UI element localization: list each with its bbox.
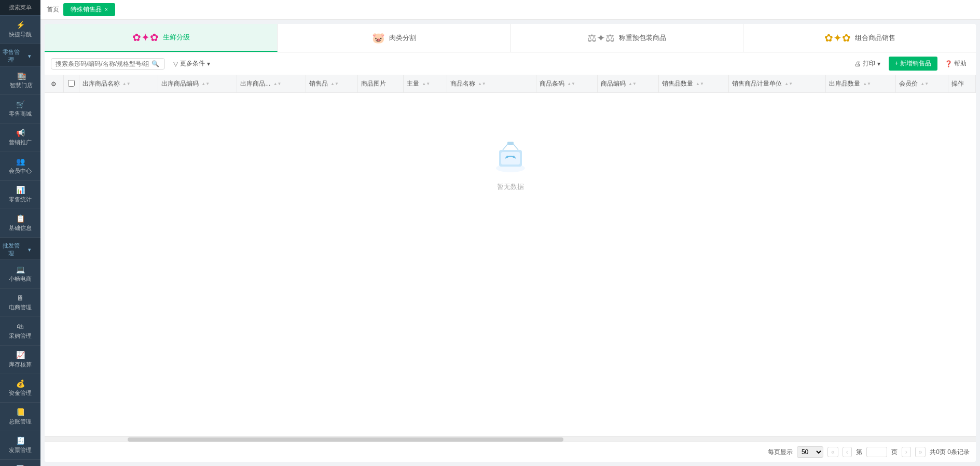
tab-meat-cut[interactable]: 🐷 肉类分割	[278, 24, 510, 52]
search-box[interactable]: 🔍	[51, 58, 165, 70]
last-page-button[interactable]: »	[915, 447, 926, 457]
sidebar-item-sales-promo[interactable]: 📢 营销推广	[0, 124, 40, 152]
filter-icon: ▽	[173, 60, 178, 67]
sort-out-spec[interactable]: ▲▼	[273, 81, 282, 86]
wholesale-section-arrow: ▾	[20, 246, 38, 253]
sort-sales-item[interactable]: ▲▼	[330, 81, 339, 86]
sidebar-item-mini-ecom[interactable]: 💻 小畅电商	[0, 260, 40, 289]
sort-goods-code[interactable]: ▲▼	[628, 81, 637, 86]
svg-point-3	[506, 156, 508, 158]
tab-meat-cut-label: 肉类分割	[389, 33, 416, 43]
sidebar-item-label: 电商管理	[9, 304, 32, 311]
sidebar-item-finance[interactable]: 💰 资金管理	[0, 374, 40, 403]
print-button[interactable]: 🖨 打印 ▾	[850, 57, 885, 70]
filter-arrow-icon: ▾	[207, 60, 210, 67]
th-goods-name: 商品名称 ▲▼	[447, 75, 536, 93]
th-out-name: 出库商品名称 ▲▼	[79, 75, 158, 93]
sidebar-item-ecom-mgmt[interactable]: 🖥 电商管理	[0, 289, 40, 317]
page-prefix: 第	[856, 448, 862, 457]
active-tab[interactable]: 特殊销售品 ×	[63, 3, 115, 16]
sales-promo-icon: 📢	[16, 129, 25, 137]
print-label: 打印	[863, 59, 875, 68]
th-sales-unit: 销售商品计量单位 ▲▼	[728, 75, 825, 93]
th-gear[interactable]: ⚙	[45, 75, 63, 93]
sort-goods-name[interactable]: ▲▼	[478, 81, 486, 86]
sidebar-logo-text: 搜索菜单	[9, 4, 32, 11]
sidebar-item-label: 总账管理	[9, 418, 32, 426]
category-tabs: ✿✦✿ 生鲜分级 🐷 肉类分割 ⚖✦⚖ 称重预包装商品 ✿✦✿ 组合商品销售	[45, 24, 976, 52]
search-input[interactable]	[56, 60, 149, 67]
tab-close-button[interactable]: ×	[105, 7, 108, 12]
page-input[interactable]: 1	[866, 447, 887, 457]
sidebar-item-retail-stats[interactable]: 📊 零售统计	[0, 181, 40, 209]
th-barcode: 商品条码 ▲▼	[536, 75, 597, 93]
bottom-scrollbar[interactable]	[45, 436, 976, 442]
next-page-button[interactable]: ›	[902, 447, 911, 457]
wholesale-section-label: 批发管理	[2, 242, 20, 257]
sidebar-item-general-ledger[interactable]: 📒 总账管理	[0, 403, 40, 431]
th-member-price: 会员价 ▲▼	[896, 75, 948, 93]
sort-sales-qty[interactable]: ▲▼	[696, 81, 704, 86]
select-all-checkbox[interactable]	[68, 80, 75, 87]
sidebar-item-purchase-mgmt[interactable]: 🛍 采购管理	[0, 317, 40, 346]
th-action: 操作	[948, 75, 975, 93]
sidebar-item-quick-nav[interactable]: ⚡ 快捷导航	[0, 16, 40, 44]
sidebar-item-invoice-mgmt[interactable]: 🧾 发票管理	[0, 431, 40, 460]
th-check[interactable]	[63, 75, 79, 93]
per-page-select[interactable]: 102050100	[797, 446, 823, 458]
sort-out-qty[interactable]: ▲▼	[863, 81, 871, 86]
empty-state: 暂无数据	[45, 93, 976, 233]
sidebar-item-label: 采购管理	[9, 332, 32, 340]
prev-page-button[interactable]: ‹	[843, 447, 852, 457]
sidebar-item-label: 小畅电商	[9, 275, 32, 283]
tab-combo[interactable]: ✿✦✿ 组合商品销售	[743, 24, 976, 52]
filter-button[interactable]: ▽ 更多条件 ▾	[170, 58, 213, 70]
sidebar-item-retail-mall[interactable]: 🛒 零售商城	[0, 95, 40, 124]
topbar: 首页 特殊销售品 ×	[40, 0, 980, 20]
print-icon: 🖨	[854, 60, 861, 67]
help-icon: ❓	[945, 60, 953, 67]
sort-member-price[interactable]: ▲▼	[920, 81, 929, 86]
sidebar-item-label: 库存核算	[9, 361, 32, 368]
sidebar-item-inventory[interactable]: 📈 库存核算	[0, 346, 40, 374]
th-out-code: 出库商品编码 ▲▼	[158, 75, 237, 93]
retail-section-arrow: ▾	[20, 53, 38, 60]
tab-weight-pack[interactable]: ⚖✦⚖ 称重预包装商品	[510, 24, 743, 52]
first-page-button[interactable]: «	[827, 447, 838, 457]
sidebar-item-member-center[interactable]: 👥 会员中心	[0, 152, 40, 181]
home-link[interactable]: 首页	[47, 5, 59, 14]
sidebar-item-label: 发票管理	[9, 446, 32, 454]
sidebar-logo[interactable]: 搜索菜单	[0, 0, 40, 16]
sidebar-item-label: 基础信息	[9, 224, 32, 232]
svg-rect-5	[507, 142, 514, 145]
th-out-code-label: 出库商品编码	[161, 80, 199, 87]
sort-weight[interactable]: ▲▼	[422, 81, 430, 86]
meat-cut-icon: 🐷	[372, 32, 385, 44]
sidebar-item-label: 会员中心	[9, 167, 32, 175]
search-icon[interactable]: 🔍	[151, 60, 159, 67]
column-gear-icon[interactable]: ⚙	[51, 80, 57, 88]
th-goods-code-label: 商品编码	[601, 80, 626, 87]
sort-out-code[interactable]: ▲▼	[201, 81, 210, 86]
new-product-button[interactable]: + 新增销售品	[889, 57, 937, 71]
scrollbar-thumb[interactable]	[128, 437, 563, 442]
sort-sales-unit[interactable]: ▲▼	[784, 81, 793, 86]
sort-out-name[interactable]: ▲▼	[122, 81, 131, 86]
per-page-label: 每页显示	[768, 448, 793, 457]
th-out-qty: 出库品数量 ▲▼	[825, 75, 895, 93]
member-center-icon: 👥	[16, 157, 25, 166]
sidebar-item-basic-info[interactable]: 📋 基础信息	[0, 209, 40, 238]
table-container: ⚙ 出库商品名称 ▲▼ 出库商品编码 ▲▼	[45, 75, 976, 436]
page-suffix: 页	[891, 448, 898, 457]
retail-section-label: 零售管理	[2, 48, 20, 64]
help-button[interactable]: ❓ 帮助	[942, 57, 970, 70]
th-sales-item: 销售品 ▲▼	[306, 75, 358, 93]
tab-fresh-grade[interactable]: ✿✦✿ 生鲜分级	[45, 24, 278, 52]
sidebar-item-tax-mgmt[interactable]: 📝 税务管理	[0, 460, 40, 466]
th-image: 商品图片	[358, 75, 404, 93]
sidebar-section-wholesale[interactable]: 批发管理 ▾	[0, 238, 40, 260]
sort-barcode[interactable]: ▲▼	[567, 81, 575, 86]
sidebar-item-smart-store[interactable]: 🏬 智慧门店	[0, 66, 40, 95]
data-table: ⚙ 出库商品名称 ▲▼ 出库商品编码 ▲▼	[45, 75, 976, 93]
sidebar-section-retail[interactable]: 零售管理 ▾	[0, 44, 40, 66]
